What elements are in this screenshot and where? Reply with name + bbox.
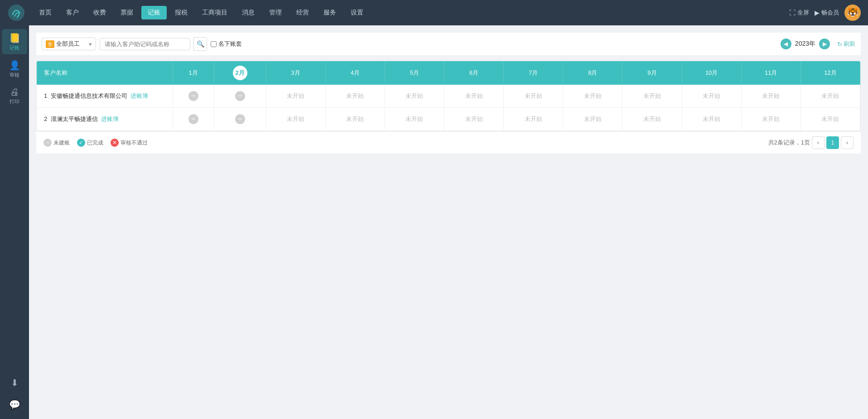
col-header-mar: 3月 (266, 61, 325, 85)
svg-point-0 (8, 5, 24, 21)
total-text: 共2条记录，1页 (768, 139, 810, 147)
dropdown-icon: ▾ (89, 41, 92, 48)
vip-button[interactable]: ▶ 畅会员 (815, 9, 839, 17)
nav-bookkeeping[interactable]: 记账 (141, 6, 167, 19)
col-header-jan: 1月 (173, 61, 214, 85)
refresh-icon: ↻ (837, 41, 842, 48)
enter-ledger-link-2[interactable]: 进账簿 (101, 116, 119, 122)
sidebar-bottom: ⬇ 💬 (5, 374, 24, 414)
nav-service[interactable]: 服务 (317, 6, 342, 19)
page-1-button[interactable]: 1 (826, 136, 839, 149)
client-name-cell-2: 2 漠澜太平畅捷通信 进账簿 (37, 108, 173, 131)
status-dec-1: 未开始 (800, 85, 860, 108)
next-year-button[interactable]: ▶ (819, 39, 830, 49)
legend-rejected-label: 审核不通过 (121, 139, 148, 147)
chat-button[interactable]: 💬 (5, 395, 24, 414)
table-footer: − 未建账 ✓ 已完成 ✕ 审核不通过 共2条记录，1页 ‹ 1 › (36, 131, 861, 154)
prev-page-button[interactable]: ‹ (812, 136, 825, 149)
year-display: 2023年 (795, 40, 815, 48)
search-input[interactable] (100, 38, 190, 50)
col-header-sep: 9月 (622, 61, 682, 85)
employee-label: 全部员工 (56, 40, 80, 48)
status-aug-2: 未开始 (563, 108, 622, 131)
audit-icon: 👤 (9, 60, 20, 71)
nav-home[interactable]: 首页 (33, 6, 58, 19)
status-icon-gray: − (188, 91, 198, 101)
col-header-jul: 7月 (504, 61, 563, 85)
search-button[interactable]: 🔍 (193, 37, 207, 51)
status-jan-2: − (173, 108, 214, 131)
my-accounts-label: 名下账套 (218, 40, 242, 48)
col-header-jun: 6月 (444, 61, 503, 85)
status-feb-2: − (214, 108, 266, 131)
status-nov-1: 未开始 (741, 85, 800, 108)
avatar[interactable]: 🐯 (844, 5, 861, 21)
nav-business[interactable]: 工商项目 (196, 6, 234, 19)
nav-client[interactable]: 客户 (60, 6, 85, 19)
col-header-dec: 12月 (800, 61, 860, 85)
nav-settings[interactable]: 设置 (344, 6, 370, 19)
client-name-2: 漠澜太平畅捷通信 (51, 116, 98, 122)
status-apr-2: 未开始 (325, 108, 385, 131)
status-oct-1: 未开始 (682, 85, 741, 108)
client-index-1: 1 (44, 92, 47, 99)
download-button[interactable]: ⬇ (5, 374, 24, 392)
data-table: 客户名称 1月 2月 3月 4月 5月 6月 7月 8月 9月 10月 11月 … (37, 61, 860, 131)
legend-completed: ✓ 已完成 (77, 139, 103, 147)
nav-tax[interactable]: 报税 (169, 6, 194, 19)
status-icon-gray: − (188, 114, 198, 124)
col-header-aug: 8月 (563, 61, 622, 85)
bookkeeping-icon: 📒 (9, 33, 20, 43)
legend-red-icon: ✕ (111, 139, 119, 147)
client-name-cell-1: 1 安徽畅捷通信息技术有限公司 进账簿 (37, 85, 173, 108)
sidebar-item-audit[interactable]: 👤 审核 (2, 56, 27, 82)
logo[interactable] (7, 4, 25, 22)
status-may-2: 未开始 (385, 108, 444, 131)
enter-ledger-link-1[interactable]: 进账簿 (130, 92, 148, 99)
pagination: 共2条记录，1页 ‹ 1 › (768, 136, 854, 149)
status-feb-1: − (214, 85, 266, 108)
sidebar-item-bookkeeping[interactable]: 📒 记账 (2, 29, 27, 54)
my-accounts-checkbox-label[interactable]: 名下账套 (211, 40, 242, 48)
nav-right: ⛶ 全屏 ▶ 畅会员 🐯 (789, 5, 861, 21)
status-mar-1: 未开始 (266, 85, 325, 108)
legend-completed-label: 已完成 (87, 139, 103, 147)
search-icon: 🔍 (197, 40, 204, 48)
col-header-feb: 2月 (214, 61, 266, 85)
status-may-1: 未开始 (385, 85, 444, 108)
fullscreen-button[interactable]: ⛶ 全屏 (789, 9, 809, 17)
refresh-button[interactable]: ↻ 刷新 (837, 40, 855, 48)
nav-invoice[interactable]: 票据 (114, 6, 140, 19)
client-index-2: 2 (44, 116, 47, 122)
sidebar: 📒 记账 👤 审核 🖨 打印 ⬇ 💬 (0, 25, 29, 419)
legend-not-built: − 未建账 (43, 139, 70, 147)
status-dec-2: 未开始 (800, 108, 860, 131)
table-row: 2 漠澜太平畅捷通信 进账簿 − − 未开始 未开始 未开始 未开始 未开始 (37, 108, 860, 131)
nav-fee[interactable]: 收费 (87, 6, 112, 19)
status-apr-1: 未开始 (325, 85, 385, 108)
nav-message[interactable]: 消息 (236, 6, 261, 19)
col-header-name: 客户名称 (37, 61, 173, 85)
employee-select[interactable]: 全 全部员工 ▾ (42, 38, 96, 50)
client-name-1: 安徽畅捷通信息技术有限公司 (51, 92, 127, 99)
status-oct-2: 未开始 (682, 108, 741, 131)
nav-items: 首页 客户 收费 票据 记账 报税 工商项目 消息 管理 经营 服务 设置 (33, 6, 789, 19)
next-page-button[interactable]: › (841, 136, 854, 149)
col-header-oct: 10月 (682, 61, 741, 85)
status-sep-2: 未开始 (622, 108, 682, 131)
col-header-apr: 4月 (325, 61, 385, 85)
status-nov-2: 未开始 (741, 108, 800, 131)
status-jun-1: 未开始 (444, 85, 503, 108)
sidebar-item-print[interactable]: 🖨 打印 (2, 83, 27, 109)
data-table-wrapper: 客户名称 1月 2月 3月 4月 5月 6月 7月 8月 9月 10月 11月 … (36, 61, 861, 131)
prev-year-button[interactable]: ◀ (781, 39, 791, 49)
status-jun-2: 未开始 (444, 108, 503, 131)
nav-operation[interactable]: 经营 (290, 6, 315, 19)
my-accounts-checkbox[interactable] (211, 41, 217, 47)
legend-gray-icon: − (43, 139, 52, 147)
employee-tag: 全 (46, 40, 54, 48)
nav-manage[interactable]: 管理 (263, 6, 288, 19)
status-aug-1: 未开始 (563, 85, 622, 108)
table-row: 1 安徽畅捷通信息技术有限公司 进账簿 − − 未开始 未开始 未开始 未开始 … (37, 85, 860, 108)
top-nav: 首页 客户 收费 票据 记账 报税 工商项目 消息 管理 经营 服务 设置 ⛶ … (0, 0, 868, 25)
